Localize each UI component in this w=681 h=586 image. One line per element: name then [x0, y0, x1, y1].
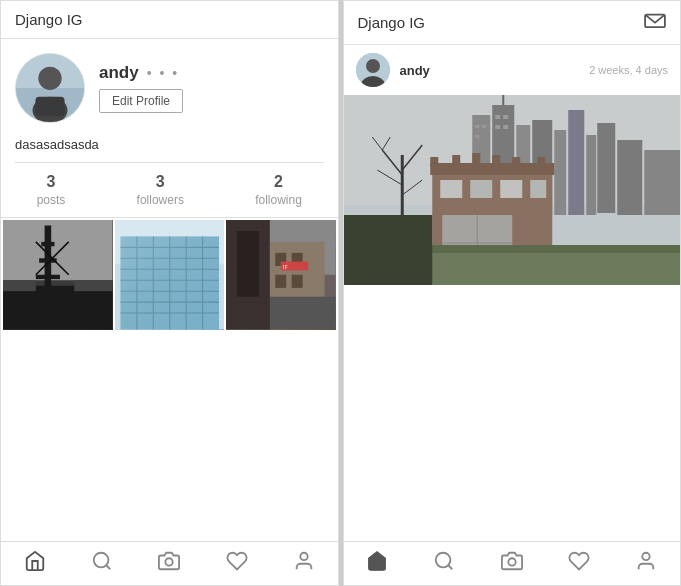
avatar — [15, 53, 85, 123]
left-spacer — [1, 332, 338, 542]
right-nav-heart-icon[interactable] — [568, 550, 590, 577]
svg-point-45 — [94, 553, 109, 568]
posts-count: 3 — [47, 173, 56, 191]
right-panel: Django IG andy 2 week — [343, 0, 682, 586]
right-bottom-nav — [344, 541, 681, 585]
svg-rect-83 — [512, 157, 520, 167]
right-header: Django IG — [344, 1, 681, 45]
svg-rect-88 — [530, 180, 546, 198]
svg-rect-82 — [492, 155, 500, 167]
svg-rect-80 — [452, 155, 460, 167]
profile-options-dots: • • • — [147, 65, 179, 81]
svg-rect-64 — [475, 135, 479, 138]
edit-profile-button[interactable]: Edit Profile — [99, 89, 183, 113]
left-panel: Django IG andy • • • E — [0, 0, 339, 586]
svg-rect-86 — [470, 180, 492, 198]
profile-info: andy • • • Edit Profile — [99, 63, 183, 113]
svg-rect-79 — [430, 157, 438, 167]
svg-rect-14 — [3, 286, 113, 330]
post-username: andy — [400, 63, 580, 78]
svg-point-98 — [436, 553, 451, 568]
inbox-icon[interactable] — [644, 11, 666, 34]
svg-rect-87 — [500, 180, 522, 198]
svg-rect-60 — [568, 110, 584, 215]
svg-rect-67 — [495, 125, 500, 129]
right-nav-home-icon[interactable] — [366, 550, 388, 577]
svg-point-2 — [38, 67, 61, 90]
profile-name-row: andy • • • — [99, 63, 183, 83]
stat-followers[interactable]: 3 followers — [137, 173, 184, 207]
svg-rect-39 — [292, 275, 303, 288]
svg-rect-9 — [41, 242, 54, 246]
svg-rect-66 — [495, 115, 500, 119]
photo-grid: IF — [1, 218, 338, 332]
svg-rect-84 — [537, 157, 545, 167]
stat-posts[interactable]: 3 posts — [37, 173, 66, 207]
photo-cell-2[interactable] — [115, 220, 225, 330]
right-header-title: Django IG — [358, 14, 426, 31]
svg-text:IF: IF — [283, 264, 289, 270]
svg-rect-81 — [472, 153, 480, 167]
right-nav-search-icon[interactable] — [433, 550, 455, 577]
svg-rect-68 — [503, 115, 508, 119]
svg-rect-69 — [503, 125, 508, 129]
svg-rect-11 — [36, 275, 60, 279]
nav-home-icon[interactable] — [24, 550, 46, 577]
svg-point-51 — [366, 59, 380, 73]
svg-rect-85 — [440, 180, 462, 198]
posts-label: posts — [37, 193, 66, 207]
svg-rect-95 — [617, 140, 642, 215]
post-image — [344, 95, 681, 285]
stats-row: 3 posts 3 followers 2 following — [1, 163, 338, 218]
svg-rect-63 — [475, 125, 479, 128]
nav-search-icon[interactable] — [91, 550, 113, 577]
svg-rect-38 — [275, 275, 286, 288]
post-time: 2 weeks, 4 days — [589, 64, 668, 76]
svg-line-99 — [449, 565, 453, 569]
following-count: 2 — [274, 173, 283, 191]
svg-rect-16 — [74, 280, 112, 291]
right-spacer — [344, 293, 681, 541]
followers-count: 3 — [156, 173, 165, 191]
post-actions: 3 likes andy abandoned house test noice — [344, 285, 681, 293]
stat-following[interactable]: 2 following — [255, 173, 302, 207]
svg-point-101 — [643, 553, 650, 560]
svg-point-47 — [166, 558, 173, 565]
svg-rect-62 — [597, 123, 615, 213]
following-label: following — [255, 193, 302, 207]
left-bottom-nav — [1, 541, 338, 585]
bio-section: dasasadsasda — [1, 137, 338, 162]
left-header-title: Django IG — [15, 11, 83, 28]
svg-rect-61 — [586, 135, 596, 215]
svg-rect-94 — [344, 215, 432, 285]
nav-camera-icon[interactable] — [158, 550, 180, 577]
post-avatar — [356, 53, 390, 87]
svg-rect-15 — [3, 280, 36, 291]
bio-text: dasasadsasda — [15, 137, 99, 152]
svg-rect-7 — [3, 220, 113, 280]
app-container: Django IG andy • • • E — [0, 0, 681, 586]
svg-line-46 — [106, 565, 110, 569]
profile-section: andy • • • Edit Profile — [1, 39, 338, 137]
svg-point-48 — [300, 553, 307, 560]
svg-rect-44 — [237, 231, 259, 297]
profile-username: andy — [99, 63, 139, 83]
svg-rect-4 — [35, 97, 64, 116]
followers-label: followers — [137, 193, 184, 207]
feed-post: andy 2 weeks, 4 days — [344, 45, 681, 293]
nav-heart-icon[interactable] — [226, 550, 248, 577]
svg-rect-96 — [644, 150, 680, 215]
svg-rect-32 — [120, 236, 219, 329]
photo-cell-3[interactable]: IF — [226, 220, 336, 330]
left-header: Django IG — [1, 1, 338, 39]
right-nav-profile-icon[interactable] — [635, 550, 657, 577]
svg-point-100 — [508, 558, 515, 565]
nav-profile-icon[interactable] — [293, 550, 315, 577]
post-header: andy 2 weeks, 4 days — [344, 45, 681, 95]
svg-rect-65 — [482, 125, 486, 128]
photo-cell-1[interactable] — [3, 220, 113, 330]
right-nav-camera-icon[interactable] — [501, 550, 523, 577]
svg-rect-59 — [554, 130, 566, 215]
